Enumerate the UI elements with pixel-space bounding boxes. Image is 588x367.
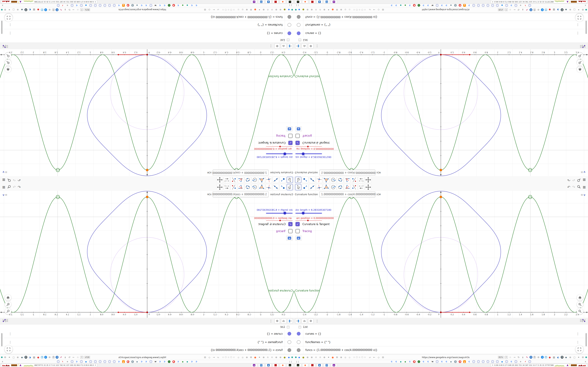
settings-app-icon[interactable]: ✱ — [309, 0, 315, 4]
favicon[interactable] — [89, 4, 92, 7]
arc-position-slider[interactable] — [266, 220, 293, 221]
scrollbar[interactable] — [586, 333, 587, 346]
favicon[interactable] — [477, 4, 480, 7]
settings-app-icon[interactable]: ✱ — [273, 0, 279, 4]
favicon[interactable]: G — [145, 360, 147, 363]
favicon[interactable]: ● — [186, 4, 189, 7]
favicon[interactable]: G — [118, 360, 120, 363]
ublock-icon[interactable]: U — [25, 8, 27, 11]
kebab-icon[interactable]: ⋮ — [316, 319, 319, 323]
favicon[interactable] — [491, 360, 494, 363]
favicon[interactable]: ⚙ — [66, 360, 69, 363]
wrench-icon[interactable]: ✦ — [327, 8, 330, 12]
zoom-in-button[interactable] — [5, 301, 11, 308]
chat-app-icon[interactable]: ω — [251, 364, 257, 367]
ublock-icon[interactable]: U — [25, 356, 27, 359]
download-icon[interactable]: ↓ — [63, 8, 67, 12]
favicon[interactable]: Я — [172, 4, 175, 7]
menu-icon[interactable]: ≡ — [2, 185, 5, 189]
favicon[interactable]: G — [390, 4, 393, 7]
tool-polygon[interactable] — [323, 177, 329, 183]
firefox-icon[interactable]: ● — [254, 356, 257, 359]
terminal-app-icon[interactable]: ▂ — [287, 364, 293, 367]
collapse-icon[interactable]: − — [299, 326, 301, 328]
gear-icon[interactable]: ⚙ — [275, 318, 280, 324]
favicon[interactable]: G — [190, 4, 193, 7]
favicon[interactable]: W — [154, 4, 157, 7]
collapsed-extension-dot[interactable] — [361, 356, 363, 358]
tool-conic-through-points[interactable] — [337, 184, 343, 190]
url-text[interactable]: https://www.geogebra.org/classic/aagcxh3… — [386, 356, 497, 359]
globe-icon[interactable]: ⊕ — [279, 356, 282, 359]
undo-icon[interactable]: ↶ — [567, 178, 571, 182]
visibility-toggle[interactable] — [288, 23, 291, 27]
settings-app-icon[interactable]: ✱ — [309, 364, 315, 367]
globe-icon[interactable]: ⊕ — [245, 8, 249, 12]
favicon[interactable] — [528, 360, 531, 363]
fullscreen-button[interactable] — [5, 345, 13, 353]
tool-move[interactable] — [295, 177, 301, 183]
vpn-icon[interactable]: V — [41, 8, 43, 11]
monitor-app-icon[interactable]: ▣ — [317, 0, 322, 4]
globe-icon[interactable]: ⊕ — [262, 8, 265, 12]
reader-icon[interactable]: A — [505, 8, 508, 11]
favicon[interactable]: ● — [85, 4, 87, 7]
forward-icon[interactable]: → — [72, 8, 75, 12]
favicon[interactable]: G — [422, 4, 425, 7]
zero-badge-icon[interactable]: 0 — [52, 356, 55, 359]
algebra-row[interactable]: funcNames = {" "}⋮ — [0, 338, 294, 346]
globe-icon[interactable]: ⊕ — [279, 8, 282, 12]
record-icon[interactable]: ● — [37, 8, 40, 12]
home-button[interactable] — [577, 66, 583, 73]
favicon[interactable]: G — [195, 360, 198, 363]
redo-icon[interactable]: ↷ — [13, 185, 16, 189]
favicon[interactable] — [496, 4, 499, 7]
chat-app-icon[interactable]: ω — [331, 0, 337, 4]
gear-icon[interactable]: ⚙ — [249, 356, 253, 359]
olive-icon[interactable]: ● — [283, 8, 286, 12]
arc-position-slider[interactable] — [266, 146, 293, 147]
favicon[interactable]: ● — [182, 360, 184, 363]
collapsed-extension-dot[interactable] — [230, 9, 232, 11]
arc-position-slider[interactable] — [295, 220, 322, 221]
kebab-icon[interactable]: ⋮ — [269, 319, 272, 323]
scrollbar[interactable] — [1, 21, 2, 34]
faded-icon[interactable]: ● — [348, 356, 351, 359]
favicon[interactable]: G — [408, 360, 411, 363]
forward-icon[interactable]: → — [72, 356, 75, 359]
favicon[interactable]: Я — [413, 360, 416, 363]
reader-icon[interactable]: A — [80, 356, 83, 359]
chevron-up-icon[interactable]: ∧ — [2, 360, 3, 363]
function-dropdown[interactable]: 1.000000000000 + cos(4.000000000000 x) ▼ — [320, 192, 375, 197]
favicon[interactable] — [71, 4, 73, 7]
tool-slider[interactable]: a = 2 — [358, 184, 364, 190]
plus-icon[interactable]: + — [44, 8, 47, 11]
shield-dark-icon[interactable]: ◆ — [20, 356, 24, 359]
tool-line-through-two-points[interactable] — [273, 177, 279, 183]
zoom-level-badge[interactable]: 81% — [84, 356, 90, 359]
favicon[interactable]: Я — [127, 4, 129, 7]
arc-position-slider-knob[interactable] — [307, 220, 309, 221]
favicon[interactable] — [486, 360, 489, 363]
fullscreen-button[interactable] — [5, 14, 13, 22]
visibility-toggle[interactable] — [288, 332, 291, 335]
favicon[interactable]: ⚙ — [519, 360, 522, 363]
favicon[interactable] — [496, 360, 499, 363]
firefox-icon[interactable]: ● — [254, 8, 257, 12]
favicon[interactable]: f — [62, 360, 64, 363]
pointer-icon[interactable]: ▢ — [573, 8, 576, 12]
favicon[interactable] — [99, 4, 102, 7]
favicon[interactable]: i — [131, 4, 134, 7]
tool-conic-through-points[interactable] — [337, 177, 343, 183]
gear-icon[interactable]: ⚙ — [3, 8, 7, 12]
url-text[interactable]: https://www.geogebra.org/classic/aagcxh3… — [91, 356, 202, 359]
favicon[interactable] — [472, 4, 475, 7]
faded-icon[interactable]: ● — [241, 8, 244, 12]
faded-icon[interactable]: ● — [348, 8, 351, 12]
arc-length-slider[interactable] — [295, 213, 322, 214]
tool-slider[interactable]: a = 2 — [224, 177, 230, 183]
chat-app-icon[interactable]: ω — [251, 0, 257, 4]
star-icon[interactable]: ☆ — [509, 356, 512, 359]
curvature-tangent-checkbox[interactable]: ✓ — [295, 141, 300, 145]
graphics-stylebar-toggle[interactable]: ≡ — [2, 193, 7, 196]
